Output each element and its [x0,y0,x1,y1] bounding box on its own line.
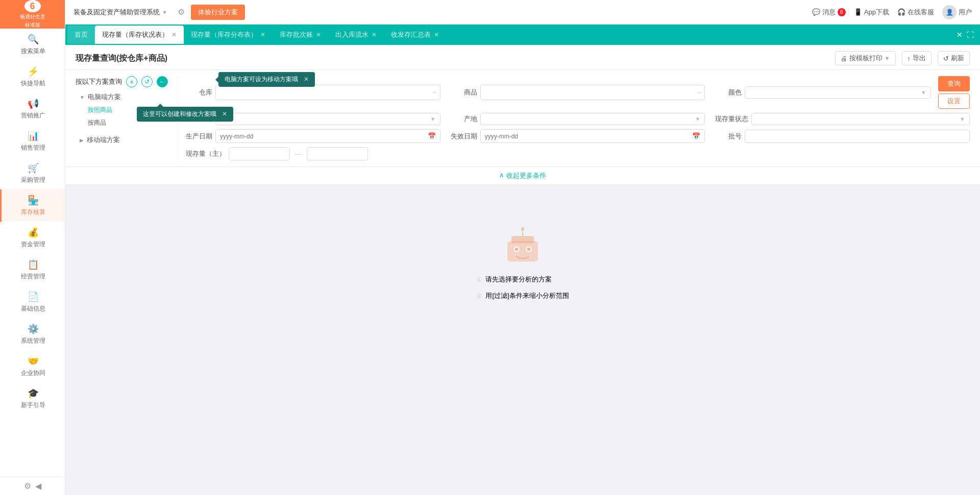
avatar-icon: 👤 [946,9,953,16]
prod-date-input[interactable]: 📅 [215,129,440,143]
filter-label: 按以下方案查询 [76,77,122,86]
sidebar-item-system[interactable]: ⚙️ 系统管理 [0,318,65,350]
warehouse-field: 仓库 ··· [186,85,440,100]
logo-text: 畅通好生意 [20,13,45,20]
tab-inventory-status[interactable]: 现存量（库存状况表） ✕ [95,26,184,44]
logo-subtext: 标准版 [25,21,40,29]
sidebar-item-sales[interactable]: 📊 销售管理 [0,125,65,157]
content-area: 现存量查询(按仓库+商品) 🖨 按模板打印 ▼ ↑ 导出 ↺ 刷新 [65,45,980,495]
stock-qty-input-max[interactable] [307,147,368,160]
stock-status-label: 现存量状态 [715,114,748,124]
topbar-right: 💬 消息 8 📱 App下载 🎧 在线客服 👤 用户 [812,5,972,19]
tooltip2-close[interactable]: ✕ [222,110,227,117]
sidebar-item-guide[interactable]: 🎓 新手引导 [0,383,65,415]
stock-status-select[interactable]: ▼ [751,113,970,125]
sidebar-item-finance[interactable]: 💰 资金管理 [0,222,65,254]
collapse-up-arrow: ∧ [499,171,504,180]
expire-date-text[interactable] [485,133,691,140]
sidebar-item-label: 库存核算 [21,208,45,217]
tab-batch-ledger-close[interactable]: ✕ [316,31,321,38]
goods-label: 商品 [451,88,477,97]
tab-inout-flow-close[interactable]: ✕ [372,31,377,38]
filter-refresh-btn[interactable]: ↺ [141,76,153,87]
tab-home[interactable]: 首页 [67,26,95,44]
app-download-item[interactable]: 📱 App下载 [854,8,889,17]
batch-no-input[interactable] [745,130,970,143]
messages-item[interactable]: 💬 消息 8 [812,8,846,17]
expire-date-input[interactable]: 📅 [480,129,705,143]
batch-no-label: 批号 [715,132,742,141]
tab-recv-summary-close[interactable]: ✕ [434,31,439,38]
tab-recv-summary[interactable]: 收发存汇总表 ✕ [384,26,446,44]
online-support-item[interactable]: 🎧 在线客服 [897,8,934,17]
industry-solution-button[interactable]: 体验行业方案 [191,5,245,20]
warehouse-text-input[interactable] [220,89,430,96]
sidebar-item-operations[interactable]: 📋 经营管理 [0,254,65,286]
size-select[interactable]: ▼ [215,113,440,125]
message-badge: 8 [838,8,846,16]
user-item[interactable]: 👤 用户 [942,5,972,19]
sidebar: 6 畅通好生意 标准版 🔍 搜索菜单 ⚡ 快捷导航 📢 营销推广 📊 销售管理 … [0,0,65,495]
tab-inout-flow-label: 出入库流水 [335,30,369,39]
sidebar-item-enterprise[interactable]: 🤝 企业协同 [0,350,65,383]
color-field: 颜色 ▼ 查询 设置 [715,76,970,109]
tab-inventory-dist-close[interactable]: ✕ [260,31,265,38]
refresh-btn[interactable]: ↺ 刷新 [938,51,970,65]
scheme-mobile[interactable]: ▶ 移动端方案 [80,133,171,147]
origin-select-arrow: ▼ [695,116,700,122]
sidebar-item-label: 快捷导航 [21,79,45,88]
sidebar-item-search-menu[interactable]: 🔍 搜索菜单 [0,29,65,61]
filter-add-scheme-btn[interactable]: + [126,76,137,87]
main-area: 装备及固定资产辅助管理系统 ▼ ⚙ 体验行业方案 💬 消息 8 📱 App下载 … [65,0,980,495]
sidebar-item-basic[interactable]: 📄 基础信息 [0,286,65,318]
stock-qty-input[interactable] [229,147,290,160]
sidebar-item-label: 新手引导 [21,401,45,410]
filter-header: 按以下方案查询 + ↺ ← 电脑方案可设为移动方案哦 ✕ [76,76,171,87]
sidebar-item-label: 搜索菜单 [21,47,45,56]
prod-date-text[interactable] [220,133,426,140]
sidebar-collapse-btn[interactable]: ◀ [35,481,41,491]
export-btn[interactable]: ↑ 导出 [902,51,932,65]
scheme-mobile-arrow: ▶ [80,137,84,143]
settings-gear-icon[interactable]: ⚙ [178,7,185,17]
expire-date-field: 失效日期 📅 [451,129,705,143]
batch-no-text[interactable] [749,133,965,140]
print-template-btn[interactable]: 🖨 按模板打印 ▼ [835,51,896,65]
filter-back-btn[interactable]: ← [157,76,168,87]
sidebar-settings-btn[interactable]: ⚙ [24,481,31,491]
stock-qty-max-text[interactable] [311,150,363,157]
tab-batch-ledger[interactable]: 库存批次账 ✕ [273,26,328,44]
reset-button[interactable]: 设置 [938,93,970,109]
sidebar-item-inventory[interactable]: 🏪 库存核算 [0,190,65,222]
color-label: 颜色 [715,88,742,97]
sidebar-item-quick-nav[interactable]: ⚡ 快捷导航 [0,61,65,93]
print-template-label: 按模板打印 [849,54,883,63]
tab-close-all-icon[interactable]: ✕ [957,31,963,39]
basic-icon: 📄 [28,291,39,302]
tab-inout-flow[interactable]: 出入库流水 ✕ [328,26,384,44]
export-icon: ↑ [908,55,911,62]
tab-inventory-status-close[interactable]: ✕ [172,31,177,38]
tab-fullscreen-icon[interactable]: ⛶ [967,31,974,39]
query-button[interactable]: 查询 [938,76,970,91]
origin-select[interactable]: ▼ [480,113,705,125]
system-name-selector[interactable]: 装备及固定资产辅助管理系统 ▼ [74,8,167,17]
collapse-row[interactable]: ∧ 收起更多条件 [65,167,980,185]
scheme-desktop[interactable]: ▼ 电脑端方案 [80,90,171,104]
tabbar: 首页 现存量（库存状况表） ✕ 现存量（库存分布表） ✕ 库存批次账 ✕ 出入库… [65,25,980,45]
sidebar-item-purchase[interactable]: 🛒 采购管理 [0,157,65,190]
goods-text-input[interactable] [485,89,695,96]
color-select[interactable]: ▼ [745,86,931,99]
tooltip1-close[interactable]: ✕ [304,76,309,83]
message-icon: 💬 [812,8,820,16]
expire-date-label: 失效日期 [451,132,477,141]
empty-hint-1-text: 请先选择要分析的方案 [485,275,552,284]
sidebar-item-marketing[interactable]: 📢 营销推广 [0,93,65,125]
tab-inventory-dist[interactable]: 现存量（库存分布表） ✕ [184,26,273,44]
stock-qty-text[interactable] [233,150,285,157]
sidebar-item-label: 经营管理 [21,272,45,281]
sidebar-item-label: 营销推广 [21,111,45,120]
warehouse-input[interactable]: ··· [215,85,440,100]
origin-field: 产地 ▼ [451,113,705,125]
goods-input[interactable]: ··· [480,85,705,100]
